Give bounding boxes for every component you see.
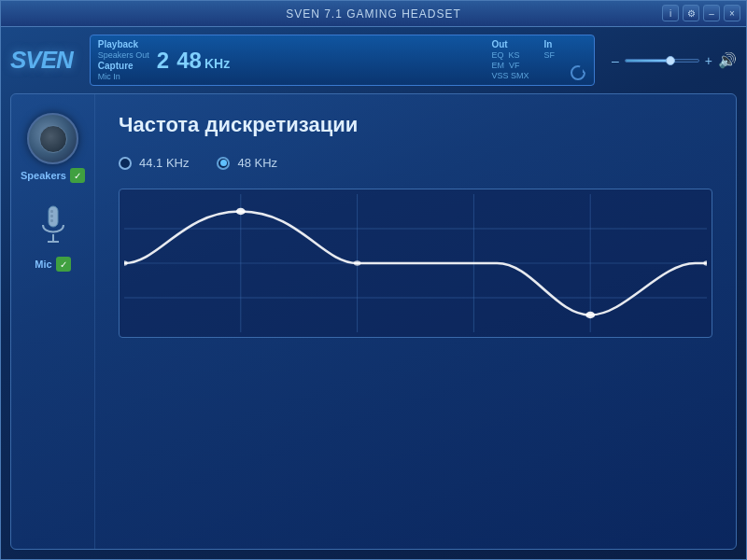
close-button[interactable]: ×: [724, 5, 740, 21]
svg-point-18: [354, 260, 360, 266]
mic-check-badge: ✓: [56, 257, 71, 272]
mic-text: Mic: [35, 259, 51, 270]
radio-option-48khz[interactable]: 48 KHz: [217, 156, 277, 170]
svg-rect-6: [50, 215, 53, 217]
title-buttons: i ⚙ – ×: [662, 5, 740, 21]
waveform-svg: [124, 194, 707, 332]
speakers-text: Speakers: [21, 170, 66, 181]
out-item-2: EM VF: [491, 61, 529, 70]
speakers-out-label: Speakers Out: [98, 50, 149, 60]
out-item-1: EQ KS: [491, 50, 529, 60]
capture-label: Capture: [98, 61, 149, 71]
radio-button-48khz[interactable]: [217, 157, 230, 170]
volume-plus-icon[interactable]: +: [705, 53, 712, 68]
volume-slider[interactable]: [625, 59, 699, 63]
svg-point-15: [236, 208, 246, 215]
svg-marker-1: [583, 69, 585, 73]
top-row: SVEN Playback Speakers Out Capture Mic I…: [10, 35, 737, 86]
out-label: Out: [491, 39, 529, 49]
radio-label-44khz: 44.1 KHz: [139, 156, 189, 170]
out-item-3: VSS SMX: [491, 71, 529, 80]
speaker-icon: 🔊: [718, 51, 737, 69]
main-content: SVEN Playback Speakers Out Capture Mic I…: [1, 27, 746, 559]
svg-rect-7: [50, 219, 53, 222]
sidebar-item-mic[interactable]: Mic ✓: [35, 202, 72, 272]
mic-label-row: Mic ✓: [35, 257, 70, 272]
svg-rect-5: [50, 210, 53, 213]
window-title: SVEN 7.1 GAMING HEADSET: [286, 7, 461, 21]
device-info: Playback Speakers Out Capture Mic In 2 4…: [91, 35, 485, 85]
mic-in-label: Mic In: [98, 72, 149, 81]
freq-unit: KHz: [204, 56, 230, 71]
sven-logo: SVEN: [10, 46, 73, 75]
right-content: Частота дискретизации 44.1 KHz 48 KHz: [95, 94, 736, 549]
speakers-icon: [27, 113, 78, 164]
content-panel: Speakers ✓: [10, 93, 737, 550]
title-bar: SVEN 7.1 GAMING HEADSET i ⚙ – ×: [1, 1, 746, 27]
svg-point-19: [703, 260, 707, 266]
volume-control: – + 🔊: [612, 51, 737, 69]
radio-option-44khz[interactable]: 44.1 KHz: [119, 156, 189, 170]
mic-icon: [35, 202, 72, 253]
info-button[interactable]: i: [662, 5, 679, 21]
device-freq: 48 KHz: [176, 48, 230, 74]
freq-number: 48: [176, 48, 202, 74]
sample-rate-radio-group: 44.1 KHz 48 KHz: [119, 156, 712, 170]
svg-point-17: [124, 260, 128, 266]
out-items: EQ KS EM VF VSS SMX: [491, 50, 529, 80]
radio-button-44khz[interactable]: [119, 157, 132, 170]
settings-button[interactable]: ⚙: [683, 5, 699, 21]
device-in-section: In SF: [537, 35, 563, 85]
section-title: Частота дискретизации: [119, 113, 712, 137]
volume-minus-icon[interactable]: –: [612, 53, 619, 68]
in-item-sf: SF: [544, 50, 556, 60]
device-panel: Playback Speakers Out Capture Mic In 2 4…: [90, 35, 595, 86]
main-window: SVEN 7.1 GAMING HEADSET i ⚙ – × SVEN Pla…: [0, 0, 747, 560]
speakers-check-badge: ✓: [70, 168, 85, 183]
volume-fill: [626, 60, 669, 62]
playback-label: Playback: [98, 39, 149, 49]
in-label: In: [544, 39, 556, 49]
speakers-label-row: Speakers ✓: [21, 168, 85, 183]
svg-point-0: [571, 66, 585, 79]
volume-thumb: [666, 56, 675, 65]
speakers-inner: [39, 125, 67, 153]
svg-point-16: [585, 312, 595, 318]
sidebar: Speakers ✓: [11, 94, 95, 549]
waveform-display: [119, 189, 712, 338]
device-out-section: Out EQ KS EM VF VSS SMX: [484, 35, 536, 85]
minimize-button[interactable]: –: [703, 5, 720, 21]
sidebar-item-speakers[interactable]: Speakers ✓: [21, 113, 85, 183]
device-labels: Playback Speakers Out Capture Mic In: [98, 39, 149, 81]
refresh-button[interactable]: [562, 35, 594, 85]
radio-label-48khz: 48 KHz: [237, 156, 277, 170]
device-channels: 2: [157, 49, 169, 72]
